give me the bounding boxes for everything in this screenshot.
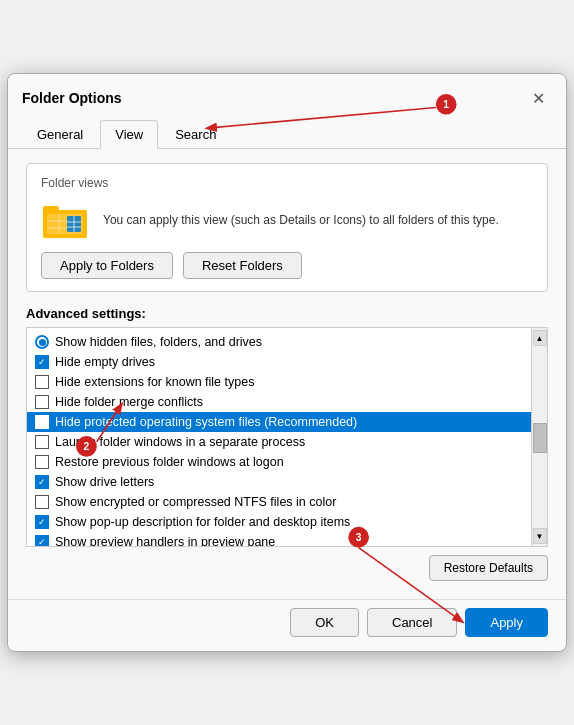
setting-item[interactable]: Show drive letters xyxy=(27,472,531,492)
setting-label: Show pop-up description for folder and d… xyxy=(55,515,350,529)
checkbox xyxy=(35,455,49,469)
setting-item[interactable]: Show hidden files, folders, and drives xyxy=(27,332,531,352)
cancel-button[interactable]: Cancel xyxy=(367,608,457,637)
settings-list[interactable]: Show hidden files, folders, and drivesHi… xyxy=(27,328,531,546)
svg-rect-1 xyxy=(43,206,59,212)
setting-item[interactable]: Launch folder windows in a separate proc… xyxy=(27,432,531,452)
apply-to-folders-button[interactable]: Apply to Folders xyxy=(41,252,173,279)
setting-label: Launch folder windows in a separate proc… xyxy=(55,435,305,449)
checkbox xyxy=(35,515,49,529)
close-button[interactable]: ✕ xyxy=(524,84,552,112)
tab-search[interactable]: Search xyxy=(160,120,231,148)
checkbox xyxy=(35,375,49,389)
scrollbar-thumb[interactable] xyxy=(533,423,547,453)
setting-label: Show drive letters xyxy=(55,475,154,489)
bottom-buttons-row: OK Cancel Apply xyxy=(8,599,566,651)
tab-general[interactable]: General xyxy=(22,120,98,148)
setting-item[interactable]: Hide extensions for known file types xyxy=(27,372,531,392)
folder-views-title: Folder views xyxy=(41,176,533,190)
setting-item[interactable]: Hide folder merge conflicts xyxy=(27,392,531,412)
folder-icon xyxy=(41,200,89,240)
setting-label: Show preview handlers in preview pane xyxy=(55,535,275,546)
setting-item[interactable]: Show pop-up description for folder and d… xyxy=(27,512,531,532)
tab-view[interactable]: View xyxy=(100,120,158,149)
scrollbar-down-btn[interactable]: ▼ xyxy=(533,528,547,544)
setting-label: Restore previous folder windows at logon xyxy=(55,455,284,469)
dialog-title: Folder Options xyxy=(22,90,122,106)
setting-label: Hide protected operating system files (R… xyxy=(55,415,357,429)
checkbox xyxy=(35,435,49,449)
setting-label: Show encrypted or compressed NTFS files … xyxy=(55,495,336,509)
checkbox xyxy=(35,475,49,489)
radio-button xyxy=(35,335,49,349)
checkbox xyxy=(35,415,49,429)
setting-label: Hide folder merge conflicts xyxy=(55,395,203,409)
checkbox xyxy=(35,535,49,546)
tab-bar: General View Search xyxy=(8,120,566,149)
setting-item[interactable]: Show encrypted or compressed NTFS files … xyxy=(27,492,531,512)
setting-label: Show hidden files, folders, and drives xyxy=(55,335,262,349)
setting-item[interactable]: Restore previous folder windows at logon xyxy=(27,452,531,472)
settings-list-wrapper: Show hidden files, folders, and drivesHi… xyxy=(26,327,548,547)
setting-item[interactable]: Hide empty drives xyxy=(27,352,531,372)
scrollbar-up-btn[interactable]: ▲ xyxy=(533,330,547,346)
setting-label: Hide extensions for known file types xyxy=(55,375,254,389)
checkbox xyxy=(35,395,49,409)
setting-item[interactable]: Show preview handlers in preview pane xyxy=(27,532,531,546)
reset-folders-button[interactable]: Reset Folders xyxy=(183,252,302,279)
folder-views-section: Folder views xyxy=(26,163,548,292)
restore-defaults-button[interactable]: Restore Defaults xyxy=(429,555,548,581)
apply-button[interactable]: Apply xyxy=(465,608,548,637)
checkbox xyxy=(35,355,49,369)
ok-button[interactable]: OK xyxy=(290,608,359,637)
scrollbar-track: ▲ ▼ xyxy=(531,328,547,546)
checkbox xyxy=(35,495,49,509)
setting-item[interactable]: Hide protected operating system files (R… xyxy=(27,412,531,432)
advanced-settings-label: Advanced settings: xyxy=(26,306,548,321)
folder-description: You can apply this view (such as Details… xyxy=(103,211,533,229)
setting-label: Hide empty drives xyxy=(55,355,155,369)
